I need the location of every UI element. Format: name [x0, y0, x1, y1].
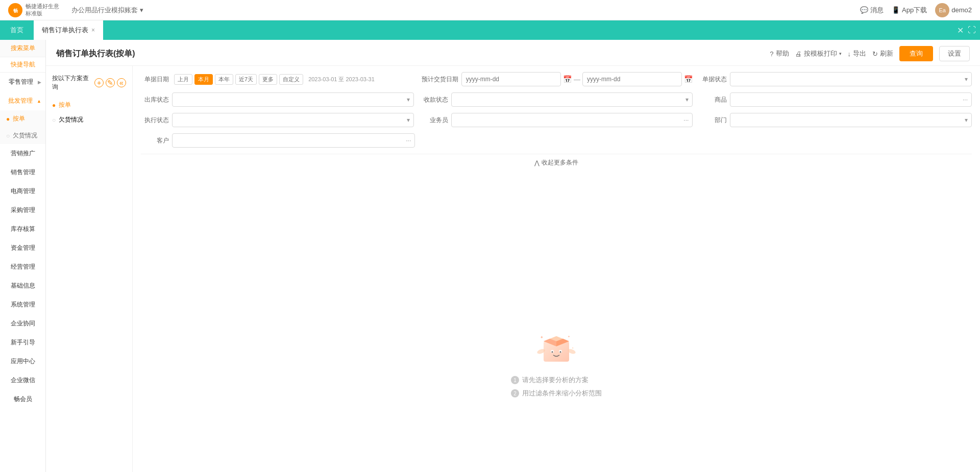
print-chevron-icon: ▾: [839, 51, 842, 56]
sidebar-item-ecommerce[interactable]: 电商管理: [0, 182, 45, 201]
sidebar-item-system[interactable]: 系统管理: [0, 295, 45, 314]
sidebar-item-purchase[interactable]: 采购管理: [0, 201, 45, 220]
sidebar-item-members[interactable]: 畅会员: [0, 390, 45, 409]
tree-item-by-order[interactable]: ● 按单: [46, 98, 132, 112]
exec-status-input[interactable]: [172, 113, 414, 127]
doc-status-input[interactable]: [730, 72, 972, 86]
filter-receipt-status: 收款状态 ▾: [420, 92, 693, 107]
tree-item-shortage[interactable]: ○ 欠货情况: [46, 112, 132, 127]
sidebar-item-sales[interactable]: 销售管理: [0, 163, 45, 182]
date-separator: —: [574, 76, 580, 83]
expected-date-to[interactable]: [582, 72, 682, 86]
filter-goods: 商品 ···: [699, 92, 972, 107]
empty-illustration: ✦ ✦ ✦: [531, 318, 582, 369]
sidebar-item-wholesale[interactable]: 批发管理 ▲: [0, 91, 45, 110]
receipt-status-input[interactable]: [451, 92, 693, 107]
filter-row-3: 执行状态 ▾ 业务员 ···: [141, 113, 972, 127]
customer-wrapper: ···: [172, 133, 415, 148]
sidebar-item-appcenter[interactable]: 应用中心: [0, 352, 45, 371]
goods-input[interactable]: [730, 92, 972, 107]
breadcrumb-chevron[interactable]: ▾: [140, 6, 143, 14]
header-left: 畅 畅捷通好生意 标准版 办公用品行业模拟账套 ▾: [8, 3, 143, 17]
tip-number-1: 1: [511, 376, 519, 384]
tip-number-2: 2: [511, 389, 519, 397]
print-button[interactable]: 🖨 按模板打印 ▾: [795, 49, 842, 58]
sidebar: 搜索菜单 快捷导航 零售管理 ▶ 批发管理 ▲ ● 按单 ○ 欠货情况 营销推广: [0, 40, 46, 472]
expected-date-from[interactable]: [461, 72, 561, 86]
logo-text: 畅捷通好生意 标准版: [26, 3, 59, 16]
sidebar-item-wechat[interactable]: 企业微信: [0, 371, 45, 390]
receipt-chevron-icon: ▾: [685, 96, 689, 103]
circle-icon2: ○: [6, 132, 10, 139]
receipt-status-label: 收款状态: [420, 96, 448, 104]
goods-more-icon[interactable]: ···: [963, 96, 968, 103]
user-area[interactable]: Ea demo2: [935, 3, 972, 17]
sidebar-search[interactable]: 搜索菜单: [0, 40, 45, 57]
sidebar-item-inventory[interactable]: 库存核算: [0, 220, 45, 239]
tree-item-icon: ●: [52, 102, 56, 109]
settings-button[interactable]: 设置: [939, 46, 970, 61]
sidebar-sub-item-shortage[interactable]: ○ 欠货情况: [0, 127, 45, 144]
date-custom-btn[interactable]: 自定义: [279, 74, 303, 85]
salesperson-more-icon[interactable]: ···: [683, 116, 689, 124]
date-prev-month-btn[interactable]: 上月: [174, 74, 192, 85]
sidebar-item-collaboration[interactable]: 企业协同: [0, 314, 45, 333]
export-button[interactable]: ↓ 导出: [848, 49, 867, 58]
date-this-year-btn[interactable]: 本年: [215, 74, 233, 85]
sidebar-item-finance[interactable]: 资金管理: [0, 239, 45, 257]
filter-row-1: 单据日期 上月 本月 本年 近7天 更多 自定义 2023-03-01 至 20…: [141, 72, 972, 86]
sidebar-item-marketing[interactable]: 营销推广: [0, 144, 45, 163]
customer-input[interactable]: [172, 133, 415, 148]
calendar-icon-2[interactable]: 📅: [684, 75, 693, 83]
window-controls: ✕ ⛶: [957, 26, 980, 35]
sidebar-item-newuser[interactable]: 新手引导: [0, 333, 45, 352]
status-label: 单据状态: [699, 75, 727, 84]
query-button[interactable]: 查询: [899, 46, 933, 61]
tab-home[interactable]: 首页: [0, 20, 34, 40]
exec-chevron-icon: ▾: [407, 116, 410, 124]
filter-ship-status: 出库状态 ▾: [141, 92, 414, 107]
ship-status-input[interactable]: [172, 92, 414, 107]
svg-text:畅: 畅: [13, 8, 18, 13]
filter-exec-status: 执行状态 ▾: [141, 113, 414, 127]
calendar-icon-1[interactable]: 📅: [563, 75, 572, 83]
page-actions: ? 帮助 🖨 按模板打印 ▾ ↓ 导出 ↻ 刷新 查询 设置: [770, 46, 970, 61]
filter-row-2: 出库状态 ▾ 收款状态 ▾: [141, 92, 972, 107]
sidebar-item-retail[interactable]: 零售管理 ▶: [0, 73, 45, 91]
tab-close-icon[interactable]: ×: [91, 27, 95, 34]
window-maximize-button[interactable]: ⛶: [968, 26, 976, 35]
help-button[interactable]: ? 帮助: [770, 49, 789, 58]
sidebar-item-basic[interactable]: 基础信息: [0, 276, 45, 295]
svg-text:✦: ✦: [568, 335, 570, 338]
avatar: Ea: [935, 3, 949, 17]
salesperson-label: 业务员: [420, 116, 448, 125]
svg-text:✦: ✦: [572, 346, 574, 349]
sidebar-quick-nav[interactable]: 快捷导航: [0, 57, 45, 73]
filter-expected-date: 预计交货日期 📅 — 📅: [420, 72, 693, 86]
message-button[interactable]: 💬 消息: [860, 6, 884, 15]
message-icon: 💬: [860, 6, 868, 14]
customer-more-icon[interactable]: ···: [406, 137, 411, 144]
date-last7-btn[interactable]: 近7天: [235, 74, 257, 85]
date-range-text: 2023-03-01 至 2023-03-31: [308, 76, 375, 83]
sidebar-item-operations[interactable]: 经营管理: [0, 257, 45, 276]
sidebar-sub-item-orders[interactable]: ● 按单: [0, 110, 45, 127]
filter-date: 单据日期 上月 本月 本年 近7天 更多 自定义 2023-03-01 至 20…: [141, 74, 414, 85]
window-close-button[interactable]: ✕: [957, 26, 964, 35]
dept-input[interactable]: [730, 113, 972, 127]
goods-wrapper: ···: [730, 92, 972, 107]
add-scheme-button[interactable]: +: [94, 78, 104, 87]
app-download-button[interactable]: 📱 App下载: [892, 6, 927, 15]
collapse-bar[interactable]: ⋀ 收起更多条件: [141, 154, 972, 171]
ship-chevron-icon: ▾: [407, 96, 410, 103]
empty-tip-1: 1 请先选择要分析的方案: [511, 375, 602, 385]
edit-scheme-button[interactable]: ✎: [106, 78, 115, 87]
collapse-panel-button[interactable]: «: [117, 78, 126, 87]
tab-active[interactable]: 销售订单执行表 ×: [34, 20, 103, 40]
date-this-month-btn[interactable]: 本月: [194, 74, 213, 85]
refresh-button[interactable]: ↻ 刷新: [872, 49, 893, 58]
top-header: 畅 畅捷通好生意 标准版 办公用品行业模拟账套 ▾ 💬 消息 📱 App下载 E…: [0, 0, 980, 20]
empty-state: ✦ ✦ ✦ 1 请先选择要分析的方案 2: [133, 245, 980, 473]
date-more-btn[interactable]: 更多: [259, 74, 277, 85]
salesperson-input[interactable]: [451, 113, 693, 127]
